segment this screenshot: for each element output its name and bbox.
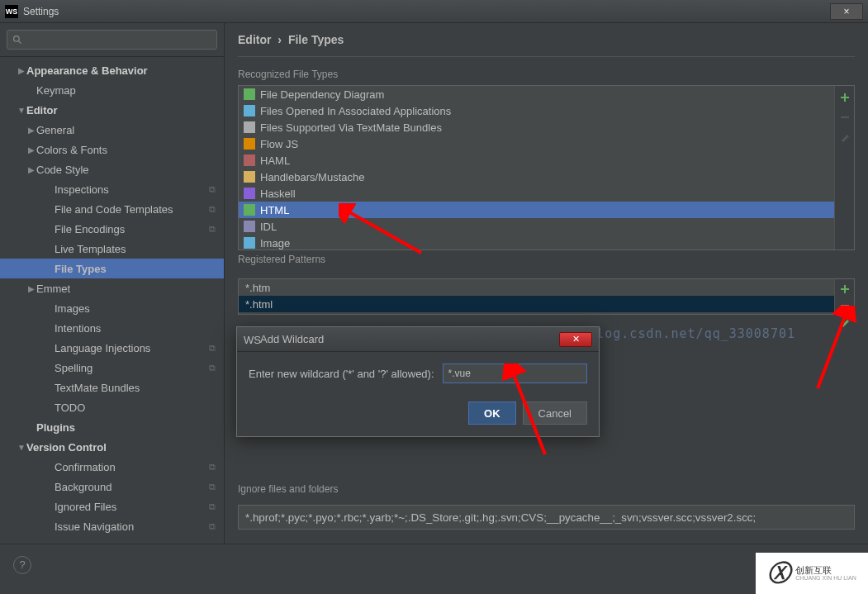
sidebar-item-general[interactable]: ▶General <box>0 120 224 140</box>
sidebar-item-label: Spelling <box>55 362 92 374</box>
window-controls: × <box>827 3 863 20</box>
project-level-icon: ⧉ <box>209 501 216 512</box>
sidebar-item-colors-fonts[interactable]: ▶Colors & Fonts <box>0 140 224 159</box>
dialog-titlebar: WS Add Wildcard ✕ <box>237 327 599 352</box>
registered-patterns-list[interactable]: *.htm*.html <box>238 278 855 315</box>
dialog-prompt: Enter new wildcard ('*' and '?' allowed)… <box>249 368 434 380</box>
sidebar-item-file-encodings[interactable]: File Encodings⧉ <box>0 219 224 239</box>
sidebar-item-language-injections[interactable]: Language Injections⧉ <box>0 338 224 358</box>
sidebar-item-file-types[interactable]: File Types <box>0 259 224 278</box>
filetype-item[interactable]: HAML <box>239 152 834 169</box>
dialog-title-text: Add Wildcard <box>260 333 324 345</box>
sidebar-item-keymap[interactable]: Keymap <box>0 80 224 100</box>
sidebar-item-todo[interactable]: TODO <box>0 397 224 417</box>
filetype-item[interactable]: Haskell <box>239 185 834 202</box>
sidebar-item-version-control[interactable]: ▼Version Control <box>0 437 224 457</box>
sidebar-item-spelling[interactable]: Spelling⧉ <box>0 358 224 378</box>
tree-arrow-icon: ▼ <box>17 443 26 452</box>
filetype-icon <box>244 121 255 133</box>
edit-filetype-button[interactable] <box>838 131 851 144</box>
help-button[interactable]: ? <box>13 556 31 574</box>
sidebar-item-code-style[interactable]: ▶Code Style <box>0 159 224 179</box>
recognized-label: Recognized File Types <box>238 69 855 80</box>
edit-pattern-button[interactable] <box>838 317 851 327</box>
dialog-close-button[interactable]: ✕ <box>559 332 592 347</box>
sidebar-item-textmate-bundles[interactable]: TextMate Bundles <box>0 378 224 397</box>
filetype-icon <box>244 204 255 216</box>
sidebar-item-confirmation[interactable]: Confirmation⧉ <box>0 457 224 477</box>
add-pattern-button[interactable] <box>838 284 851 294</box>
filetype-item[interactable]: Image <box>239 235 834 249</box>
sidebar-item-emmet[interactable]: ▶Emmet <box>0 278 224 298</box>
svg-line-1 <box>18 40 21 43</box>
filetype-item[interactable]: Handlebars/Mustache <box>239 169 834 185</box>
sidebar-item-label: Emmet <box>36 283 70 295</box>
sidebar-item-label: Plugins <box>36 421 75 434</box>
filetype-icon <box>244 221 255 232</box>
sidebar-item-live-templates[interactable]: Live Templates <box>0 239 224 259</box>
breadcrumb-root: Editor <box>238 33 271 46</box>
logo-mark: Ⓧ <box>767 558 790 589</box>
pattern-item[interactable]: *.html <box>239 296 834 312</box>
search-input[interactable] <box>7 30 217 50</box>
dialog-app-icon: WS <box>244 334 255 345</box>
tree-arrow-icon: ▶ <box>26 165 36 174</box>
csdn-partner-logo: Ⓧ 创新互联 CHUANG XIN HU LIAN <box>756 553 868 594</box>
sidebar-item-editor[interactable]: ▼Editor <box>0 100 224 120</box>
recognized-file-types-list[interactable]: File Dependency DiagramFiles Opened In A… <box>238 85 855 250</box>
sidebar-item-label: File and Code Templates <box>55 203 173 216</box>
window-title: Settings <box>23 6 59 17</box>
sidebar-item-intentions[interactable]: Intentions <box>0 318 224 338</box>
filetype-label: IDL <box>260 221 277 233</box>
wildcard-input[interactable] <box>443 364 587 383</box>
settings-tree[interactable]: ▶Appearance & BehaviorKeymap▼Editor▶Gene… <box>0 57 224 544</box>
sidebar-item-plugins[interactable]: Plugins <box>0 417 224 437</box>
filetype-icon <box>244 171 255 183</box>
dialog-cancel-button[interactable]: Cancel <box>523 402 587 425</box>
filetype-label: Flow JS <box>260 138 298 150</box>
sidebar-item-background[interactable]: Background⧉ <box>0 477 224 497</box>
sidebar-item-ignored-files[interactable]: Ignored Files⧉ <box>0 497 224 516</box>
filetype-label: Files Opened In Associated Applications <box>260 105 451 117</box>
sidebar-item-label: Keymap <box>36 84 76 97</box>
filetype-item[interactable]: File Dependency Diagram <box>239 86 834 102</box>
sidebar-item-label: File Encodings <box>55 223 125 235</box>
project-level-icon: ⧉ <box>209 204 216 215</box>
sidebar-item-appearance-behavior[interactable]: ▶Appearance & Behavior <box>0 60 224 80</box>
filetype-label: Image <box>260 237 290 249</box>
logo-brand: 创新互联 <box>795 566 856 575</box>
sidebar-item-label: Confirmation <box>55 461 116 473</box>
svg-point-0 <box>14 36 20 41</box>
sidebar-item-label: Intentions <box>55 322 101 335</box>
sidebar-item-issue-navigation[interactable]: Issue Navigation⧉ <box>0 516 224 536</box>
recognized-tools <box>834 86 854 249</box>
sidebar-item-file-and-code-templates[interactable]: File and Code Templates⧉ <box>0 199 224 219</box>
remove-pattern-button[interactable] <box>838 301 851 311</box>
pattern-item[interactable]: *.htm <box>239 279 834 296</box>
sidebar: ▶Appearance & BehaviorKeymap▼Editor▶Gene… <box>0 23 225 544</box>
sidebar-item-label: Inspections <box>55 183 109 196</box>
project-level-icon: ⧉ <box>209 184 216 195</box>
sidebar-item-label: Issue Navigation <box>55 520 134 533</box>
tree-arrow-icon: ▶ <box>26 284 36 293</box>
filetype-item[interactable]: Files Opened In Associated Applications <box>239 102 834 119</box>
sidebar-item-label: TODO <box>55 402 85 414</box>
filetype-item[interactable]: Flow JS <box>239 135 834 152</box>
window-close-button[interactable]: × <box>830 3 863 20</box>
sidebar-item-label: Editor <box>26 104 58 116</box>
sidebar-item-images[interactable]: Images <box>0 298 224 318</box>
filetype-item[interactable]: IDL <box>239 218 834 235</box>
ignore-label: Ignore files and folders <box>238 483 855 495</box>
filetype-icon <box>244 105 255 116</box>
dialog-ok-button[interactable]: OK <box>468 402 516 425</box>
add-wildcard-dialog: WS Add Wildcard ✕ Enter new wildcard ('*… <box>236 326 600 437</box>
search-icon <box>12 35 23 45</box>
filetype-item[interactable]: Files Supported Via TextMate Bundles <box>239 119 834 135</box>
tree-arrow-icon: ▶ <box>26 145 36 154</box>
ignore-input[interactable] <box>238 505 855 530</box>
add-filetype-button[interactable] <box>838 91 851 104</box>
sidebar-item-inspections[interactable]: Inspections⧉ <box>0 179 224 199</box>
project-level-icon: ⧉ <box>209 521 216 532</box>
remove-filetype-button[interactable] <box>838 111 851 124</box>
filetype-item[interactable]: HTML <box>239 202 834 218</box>
